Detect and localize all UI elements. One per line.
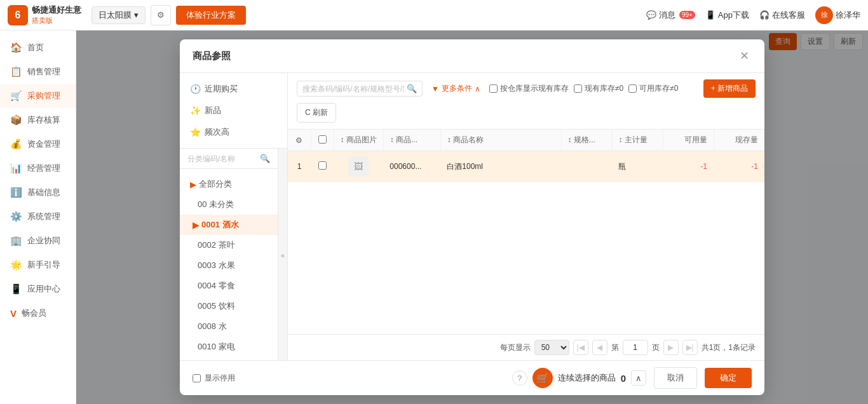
sort-code-icon: ↕ [390,135,394,144]
show-disabled-label[interactable]: 显示停用 [193,373,235,384]
operations-icon: 📊 [10,163,22,174]
product-search-input[interactable] [302,84,404,93]
sort-icon: ↕ [341,135,344,144]
sidebar-item-home[interactable]: 🏠 首页 [0,36,76,60]
product-table-wrap: ⚙ ↕ 商品图片 [288,130,764,334]
recent-icon: 🕐 [190,84,201,94]
sidebar-item-operations[interactable]: 📊 经营管理 [0,156,76,180]
modal-left-panel: 🕐 近期购买 ✨ 新品 ⭐ 频次高 [180,73,288,360]
sidebar-item-inventory[interactable]: 📦 库存核算 [0,108,76,132]
message-icon: 💬 [646,10,656,20]
tree-item-0003[interactable]: 0003 水果 [180,255,278,276]
tree-item-0004[interactable]: 0004 零食 [180,276,278,296]
category-search-icon[interactable]: 🔍 [260,154,270,163]
sidebar-item-purchase[interactable]: 🛒 采购管理 [0,84,76,108]
avatar: 徐 [815,6,833,24]
modal-close-button[interactable]: ✕ [736,48,752,64]
table-header-row: ⚙ ↕ 商品图片 [288,130,764,151]
tree-item-0010[interactable]: 0010 家电 [180,337,278,357]
modal-body: 🕐 近期购买 ✨ 新品 ⭐ 频次高 [180,73,764,360]
sidebar-item-basic-info[interactable]: ℹ️ 基础信息 [0,180,76,205]
modal-title: 商品参照 [193,50,231,62]
show-disabled-checkbox[interactable] [193,374,201,382]
tree-item-0008[interactable]: 0008 水 [180,316,278,337]
user-nav-item[interactable]: 徐 徐泽华 [815,6,860,24]
quick-tabs: 🕐 近期购买 ✨ 新品 ⭐ 频次高 [180,73,287,149]
tab-recent-purchase[interactable]: 🕐 近期购买 [180,78,287,100]
tree-item-0002[interactable]: 0002 茶叶 [180,235,278,255]
category-tree: ▶ 全部分类 00 未分类 ▶ 0001 酒水 [180,169,278,360]
page-first-btn[interactable]: |◀ [573,340,588,355]
cb-available[interactable] [628,84,637,93]
search-icon[interactable]: 🔍 [407,84,417,93]
trial-btn[interactable]: 体验行业方案 [176,6,246,25]
cb-available-label[interactable]: 可用库存≠0 [628,83,678,94]
sort-unit-icon: ↕ [619,135,623,144]
online-service-nav-item[interactable]: 🎧 在线客服 [759,10,805,21]
tree-item-0001[interactable]: ▶ 0001 酒水 [180,215,278,235]
cb-existing[interactable] [574,84,582,93]
sidebar-item-finance[interactable]: 💰 资金管理 [0,132,76,156]
page-last-btn[interactable]: ▶| [682,340,698,355]
store-dropdown[interactable]: 日太阳膜 ▾ [92,6,146,24]
settings-btn[interactable]: ⚙ [151,5,171,25]
th-stock: 现存量 [714,130,764,151]
refresh-btn[interactable]: C 刷新 [297,103,336,123]
th-spec: ↕ 规格... [561,130,612,151]
per-page-label: 每页显示 [500,342,531,353]
cancel-button[interactable]: 取消 [654,367,697,389]
chevron-left-icon: « [281,252,285,259]
messages-nav-item[interactable]: 💬 消息 99+ [646,10,695,21]
finance-icon: 💰 [10,138,22,150]
apps-icon: 📱 [10,283,22,295]
logo-text: 畅捷通好生意 搭卖版 [32,4,81,25]
tree-item-00[interactable]: 00 未分类 [180,194,278,215]
cb-warehouse[interactable] [489,84,498,93]
th-settings: ⚙ [288,130,311,151]
row-checkbox[interactable] [318,161,327,170]
collapse-panel-btn[interactable]: « [278,149,287,360]
sidebar-item-guide[interactable]: 🌟 新手引导 [0,253,76,277]
filter-arrow-icon: ∧ [475,84,480,93]
collapse-cart-btn[interactable]: ∧ [631,370,646,386]
page-number-input[interactable] [623,340,648,355]
sidebar-item-apps[interactable]: 📱 应用中心 [0,277,76,301]
confirm-button[interactable]: 确定 [705,368,752,388]
cart-count: 0 [621,373,626,384]
column-settings-icon[interactable]: ⚙ [295,136,302,145]
tab-new-product[interactable]: ✨ 新品 [180,100,287,121]
purchase-icon: 🛒 [10,90,22,102]
add-product-btn[interactable]: + 新增商品 [703,79,756,98]
tree-arrow-icon: ▶ [190,180,196,189]
td-unit: 瓶 [612,151,663,182]
table-row[interactable]: 1 🖼 [288,151,764,182]
td-check[interactable] [311,151,334,182]
page-next-btn[interactable]: ▶ [663,340,679,355]
sidebar-item-sales[interactable]: 📋 销售管理 [0,60,76,84]
tree-item-0005[interactable]: 0005 饮料 [180,296,278,316]
th-check [311,130,334,151]
star-icon: ⭐ [190,127,201,137]
per-page-select[interactable]: 50 10 20 100 [534,340,569,355]
help-icon[interactable]: ? [512,370,527,386]
app-download-nav-item[interactable]: 📱 App下载 [705,10,749,21]
page-prev-btn[interactable]: ◀ [592,340,607,355]
sidebar-item-system[interactable]: ⚙️ 系统管理 [0,205,76,229]
td-stock: -1 [714,151,764,182]
sidebar-item-enterprise[interactable]: 🏢 企业协同 [0,229,76,253]
cart-icon[interactable]: 🛒 [532,368,553,388]
modal-footer: 显示停用 ? 🛒 连续选择的商品 0 ∧ 取消 确定 [180,360,764,395]
category-search-input[interactable] [187,154,257,163]
tab-high-frequency[interactable]: ⭐ 频次高 [180,121,287,143]
cb-warehouse-label[interactable]: 按仓库显示现有库存 [489,83,569,94]
th-code: ↕ 商品... [383,130,440,151]
select-all-checkbox[interactable] [318,135,327,144]
th-img: ↕ 商品图片 [334,130,383,151]
sidebar-item-vip[interactable]: V 畅会员 [0,301,76,325]
cb-existing-label[interactable]: 现有库存≠0 [574,83,623,94]
filter-more-btn[interactable]: ▼ 更多条件 ∧ [428,81,484,97]
td-row-num: 1 [288,151,311,182]
tree-item-all[interactable]: ▶ 全部分类 [180,174,278,194]
td-spec [561,151,612,182]
modal-toolbar: 🔍 ▼ 更多条件 ∧ 按仓库显示现有库存 [288,73,764,130]
